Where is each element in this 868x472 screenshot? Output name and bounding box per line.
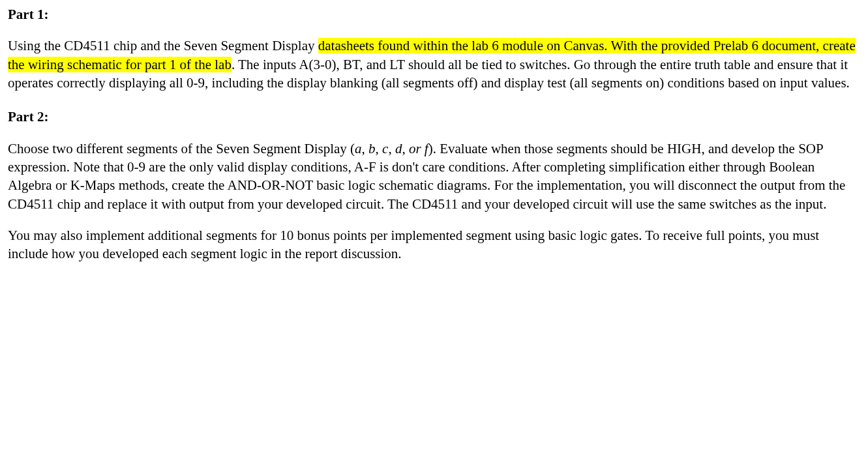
part1-paragraph: Using the CD4511 chip and the Seven Segm… <box>8 37 860 92</box>
part2-p1-pre: Choose two different segments of the Sev… <box>8 141 355 156</box>
part1-text-pre: Using the CD4511 chip and the Seven Segm… <box>8 38 318 53</box>
part2-heading: Part 2: <box>8 108 860 126</box>
part1-heading: Part 1: <box>8 5 860 23</box>
part2-paragraph-2: You may also implement additional segmen… <box>8 226 860 263</box>
part2-paragraph-1: Choose two different segments of the Sev… <box>8 140 860 213</box>
part2-p1-italic: a, b, c, d, or f <box>355 141 428 156</box>
